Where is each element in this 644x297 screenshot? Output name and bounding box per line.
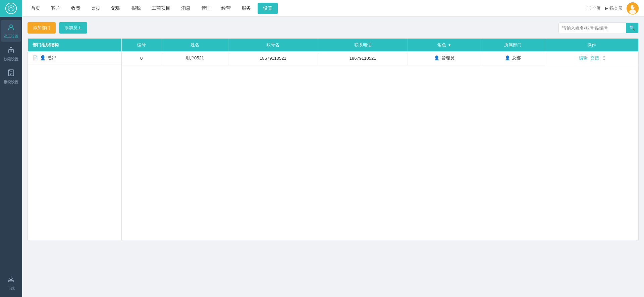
dept-tree-header: 部门组织结构 — [28, 39, 121, 51]
cell-role: 👤 管理员 — [408, 51, 481, 65]
vip-icon: ▶ — [605, 6, 608, 11]
dept-tree: 部门组织结构 📄 👤 总部 — [28, 39, 122, 240]
sidebar-item-download[interactable]: 下载 — [1, 272, 21, 294]
search-icon: 🔍 — [629, 25, 635, 31]
sidebar-item-label-employee: 员工设置 — [4, 34, 18, 39]
op-交接[interactable]: 交接 — [590, 55, 599, 61]
dept-icon: 👤 — [505, 55, 510, 60]
cell-ops: 编辑交接 ▲▼ — [545, 51, 638, 65]
cell-account: 18679110521 — [228, 51, 318, 65]
svg-point-3 — [629, 9, 636, 14]
nav-item-message[interactable]: 消息 — [176, 0, 196, 17]
download-icon — [7, 276, 15, 285]
vip-label: 畅会员 — [609, 5, 623, 11]
nav-item-operation[interactable]: 经营 — [216, 0, 236, 17]
search-input[interactable] — [559, 23, 626, 33]
search-button[interactable]: 🔍 — [626, 23, 638, 33]
lock-icon — [8, 46, 14, 55]
cell-name: 用户0521 — [161, 51, 228, 65]
avatar[interactable] — [627, 2, 639, 14]
col-header-role[interactable]: 角色 ▼ — [408, 39, 481, 51]
top-nav: 首页 客户 收费 票据 记账 报税 工商项目 消息 管理 经营 服务 设置 ⛶ … — [0, 0, 644, 17]
sidebar-item-label-taxsettings: 报税设置 — [4, 80, 18, 85]
logo-area — [0, 0, 22, 17]
nav-item-invoice[interactable]: 票据 — [86, 0, 106, 17]
nav-item-manage[interactable]: 管理 — [196, 0, 216, 17]
fullscreen-icon: ⛶ — [586, 6, 591, 11]
filter-icon: ▼ — [448, 43, 451, 47]
action-row: 添加部门 添加员工 🔍 — [28, 22, 639, 34]
vip-btn[interactable]: ▶ 畅会员 — [605, 5, 623, 11]
sidebar-item-employee[interactable]: 员工设置 — [1, 20, 21, 42]
col-header-name: 姓名 — [161, 39, 228, 51]
col-header-phone: 联系电话 — [318, 39, 408, 51]
nav-item-business[interactable]: 工商项目 — [146, 0, 176, 17]
sidebar-item-label-download: 下载 — [7, 286, 15, 291]
op-编辑[interactable]: 编辑 — [579, 55, 588, 61]
cell-id: 0 — [122, 51, 161, 65]
fullscreen-btn[interactable]: ⛶ 全屏 — [586, 5, 601, 11]
col-header-account: 账号名 — [228, 39, 318, 51]
add-dept-button[interactable]: 添加部门 — [28, 22, 56, 34]
logo-icon — [5, 2, 17, 14]
sidebar-item-label-permissions: 权限设置 — [4, 57, 18, 62]
nav-item-client[interactable]: 客户 — [46, 0, 66, 17]
tax-settings-icon — [7, 69, 15, 78]
svg-point-7 — [10, 50, 12, 52]
dept-user-icon: 👤 — [40, 55, 46, 60]
sidebar-item-taxsettings[interactable]: 报税设置 — [1, 66, 21, 87]
cell-phone: 18679110521 — [318, 51, 408, 65]
dept-name: 总部 — [48, 55, 56, 61]
nav-item-settings[interactable]: 设置 — [258, 3, 278, 14]
nav-item-bookkeeping[interactable]: 记账 — [106, 0, 126, 17]
emp-table: 编号 姓名 账号名 联系电话 角色 ▼ — [122, 39, 638, 240]
nav-item-service[interactable]: 服务 — [236, 0, 256, 17]
nav-item-fee[interactable]: 收费 — [66, 0, 86, 17]
svg-point-5 — [10, 25, 12, 28]
fullscreen-label: 全屏 — [592, 5, 601, 11]
sidebar-item-permissions[interactable]: 权限设置 — [1, 43, 21, 64]
nav-item-home[interactable]: 首页 — [25, 0, 46, 17]
svg-point-4 — [633, 5, 635, 7]
col-header-ops: 操作 — [545, 39, 638, 51]
add-emp-button[interactable]: 添加员工 — [59, 22, 87, 34]
sidebar: 员工设置 权限设置 报税设置 — [0, 17, 22, 297]
search-area: 🔍 — [558, 22, 639, 33]
nav-item-tax[interactable]: 报税 — [126, 0, 146, 17]
svg-point-0 — [6, 3, 16, 13]
file-icon: 📄 — [33, 55, 38, 60]
content-split: 部门组织结构 📄 👤 总部 编号 姓名 — [28, 38, 639, 240]
employee-icon — [7, 23, 15, 33]
role-icon: 👤 — [434, 55, 439, 60]
nav-items: 首页 客户 收费 票据 记账 报税 工商项目 消息 管理 经营 服务 设置 — [22, 0, 586, 17]
dept-tree-item[interactable]: 📄 👤 总部 — [28, 51, 121, 64]
cell-dept: 👤 总部 — [481, 51, 545, 65]
table-row: 0 用户0521 18679110521 18679110521 👤 管理员 👤… — [122, 51, 638, 65]
nav-right: ⛶ 全屏 ▶ 畅会员 — [586, 2, 644, 14]
avatar-icon — [627, 2, 639, 14]
scroll-arrows: ▲▼ — [602, 55, 606, 61]
col-header-id: 编号 — [122, 39, 161, 51]
main-content: 添加部门 添加员工 🔍 部门组织结构 📄 👤 总部 — [22, 17, 644, 297]
svg-rect-12 — [8, 281, 14, 282]
col-header-dept: 所属部门 — [481, 39, 545, 51]
